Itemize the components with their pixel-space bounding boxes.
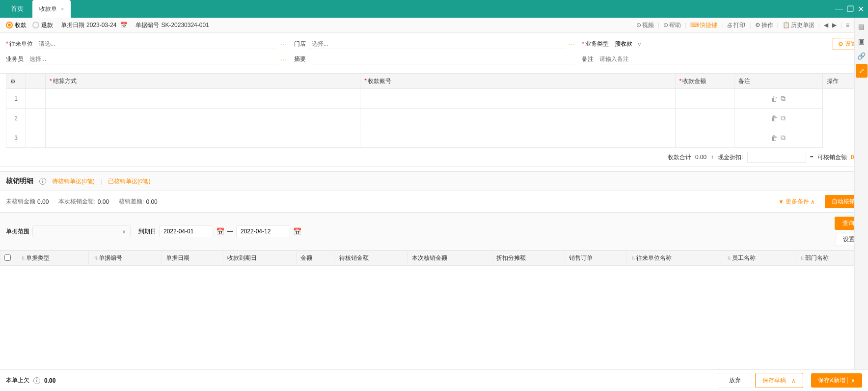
range-select[interactable]: ∨ xyxy=(32,225,131,237)
top-navigation: 首页 收款单 × — ❐ ✕ xyxy=(0,0,868,18)
list-view-icon[interactable]: ≡ xyxy=(846,22,849,28)
copy-row-2-icon[interactable]: ⧉ xyxy=(781,114,786,122)
store-more-btn[interactable]: ··· xyxy=(569,40,574,48)
delete-row-1-icon[interactable]: 🗑 xyxy=(771,95,778,103)
settings-col-header[interactable]: ⚙ xyxy=(6,74,26,89)
sidebar-expand-icon[interactable]: ⤢ xyxy=(856,64,868,78)
table-row: 3 🗑 ⧉ xyxy=(6,128,862,148)
more-conditions-btn[interactable]: ▼ 更多条件 ∧ xyxy=(778,197,815,206)
account-input-3[interactable] xyxy=(46,128,360,147)
summary-input[interactable] xyxy=(309,54,574,64)
sidebar-link-icon[interactable]: 🔗 xyxy=(856,49,868,63)
cell-payment-3[interactable] xyxy=(26,128,46,148)
cell-action-3: 🗑 ⧉ xyxy=(734,128,823,148)
type-col: ⇅单据类型 xyxy=(16,251,89,266)
discount-col: 折扣分摊额 xyxy=(492,251,565,266)
cell-amount-3[interactable] xyxy=(360,128,675,148)
draft-btn-arrow[interactable]: ∧ xyxy=(788,377,796,384)
copy-row-3-icon[interactable]: ⧉ xyxy=(781,134,786,142)
payment-input-3[interactable] xyxy=(26,128,45,147)
cell-payment-2[interactable] xyxy=(26,109,46,128)
sidebar-table-icon[interactable]: ▤ xyxy=(856,20,868,33)
note-input-3[interactable] xyxy=(676,128,734,147)
partner-more-btn[interactable]: ··· xyxy=(280,40,286,48)
unverified-stat: 未核销金额 0.00 xyxy=(6,197,49,206)
cell-note-1[interactable] xyxy=(675,89,734,109)
account-header: *收款账号 xyxy=(360,74,675,89)
cell-note-2[interactable] xyxy=(675,109,734,128)
cell-account-1[interactable] xyxy=(46,89,360,109)
cell-account-3[interactable] xyxy=(46,128,360,148)
refund-radio[interactable]: 退款 xyxy=(32,21,53,29)
cell-amount-2[interactable] xyxy=(360,109,675,128)
partner-field: *往来单位 ··· xyxy=(6,39,286,49)
store-field: 门店 ··· xyxy=(294,39,574,49)
delete-row-2-icon[interactable]: 🗑 xyxy=(771,114,778,122)
current-stat: 本次核销金额: 0.00 xyxy=(58,197,109,206)
order-info-icon[interactable]: ℹ xyxy=(33,377,40,384)
print-link[interactable]: 🖨 打印 xyxy=(727,21,745,29)
date-calendar-icon[interactable]: 📅 xyxy=(120,22,128,28)
staff-input[interactable] xyxy=(27,54,277,64)
number-field: 单据编号 SK-20230324-001 xyxy=(136,21,209,29)
receipt-tab[interactable]: 收款单 × xyxy=(32,0,71,18)
account-input-2[interactable] xyxy=(46,109,360,128)
payment-input-2[interactable] xyxy=(26,109,45,128)
save-draft-btn[interactable]: 保存草稿 ∧ xyxy=(755,373,803,388)
select-all-checkbox[interactable] xyxy=(4,254,11,261)
minimize-icon[interactable]: — xyxy=(835,4,843,13)
note-input-2[interactable] xyxy=(676,109,734,128)
receipt-radio[interactable]: 收款 xyxy=(6,21,27,29)
cell-account-2[interactable] xyxy=(46,109,360,128)
table-row: 2 🗑 ⧉ xyxy=(6,109,862,128)
home-tab[interactable]: 首页 xyxy=(4,0,30,18)
hexiao-info-icon[interactable]: ℹ xyxy=(39,178,46,185)
cell-action-1: 🗑 ⧉ xyxy=(734,89,823,109)
form-row-2: 业务员 ··· 摘要 备注 xyxy=(6,54,862,64)
save-btn-arrow[interactable]: ∧ xyxy=(847,377,855,384)
delete-row-3-icon[interactable]: 🗑 xyxy=(771,134,778,142)
check-col[interactable] xyxy=(0,251,16,266)
amount-input-2[interactable] xyxy=(360,109,675,128)
done-tab[interactable]: 已核销单据(0笔) xyxy=(108,177,151,186)
operation-link[interactable]: ⚙ 操作 xyxy=(755,21,773,29)
amount-input-3[interactable] xyxy=(360,128,675,147)
cell-note-3[interactable] xyxy=(675,128,734,148)
discount-input[interactable] xyxy=(747,152,806,163)
cell-amount-1[interactable] xyxy=(360,89,675,109)
tab-close-icon[interactable]: × xyxy=(61,6,64,12)
biz-type-dropdown-icon[interactable]: ∨ xyxy=(637,41,642,48)
history-link[interactable]: 📋 历史单据 xyxy=(783,21,814,29)
cell-payment-1[interactable] xyxy=(26,89,46,109)
range-dropdown-icon[interactable]: ∨ xyxy=(122,228,126,235)
pending-tab[interactable]: 待核销单据(0笔) xyxy=(52,177,95,186)
date-field: 单据日期 2023-03-24 📅 xyxy=(61,21,128,29)
nav-next-icon[interactable]: ▶ xyxy=(832,22,837,28)
help-link[interactable]: ⊙ 帮助 xyxy=(663,21,681,29)
filter-row: 单据范围 ∨ 到期日 📅 — 📅 查询 设置 xyxy=(0,213,868,251)
partner-input[interactable] xyxy=(36,39,277,49)
date-from-calendar-icon[interactable]: 📅 xyxy=(216,227,224,235)
note-input-1[interactable] xyxy=(676,89,734,108)
payment-input-1[interactable] xyxy=(26,89,45,108)
video-link[interactable]: ⊙ 视频 xyxy=(636,21,654,29)
date-col: 单据日期 xyxy=(162,251,223,266)
store-input[interactable] xyxy=(309,39,566,49)
shortcut-link[interactable]: ⌨ 快捷键 xyxy=(690,21,717,29)
date-to-calendar-icon[interactable]: 📅 xyxy=(293,227,301,235)
restore-icon[interactable]: ❐ xyxy=(847,4,854,14)
save-new-btn[interactable]: 保存&新增 ∧ xyxy=(811,373,862,388)
date-to-input[interactable] xyxy=(236,225,290,237)
date-from-input[interactable] xyxy=(159,225,213,237)
account-input-1[interactable] xyxy=(46,89,360,108)
note-input[interactable] xyxy=(597,54,862,64)
sidebar-doc-icon[interactable]: ▣ xyxy=(856,34,868,48)
amount-input-1[interactable] xyxy=(360,89,675,108)
discard-btn[interactable]: 放弃 xyxy=(719,373,751,388)
biz-type-field: *业务类型 预收款 ∨ ⚙ 设置 xyxy=(582,38,862,50)
close-icon[interactable]: ✕ xyxy=(858,4,864,14)
copy-row-1-icon[interactable]: ⧉ xyxy=(781,94,786,103)
staff-more-btn[interactable]: ··· xyxy=(280,56,286,63)
nav-prev-icon[interactable]: ◀ xyxy=(824,22,828,28)
summary-field: 摘要 xyxy=(294,54,574,64)
